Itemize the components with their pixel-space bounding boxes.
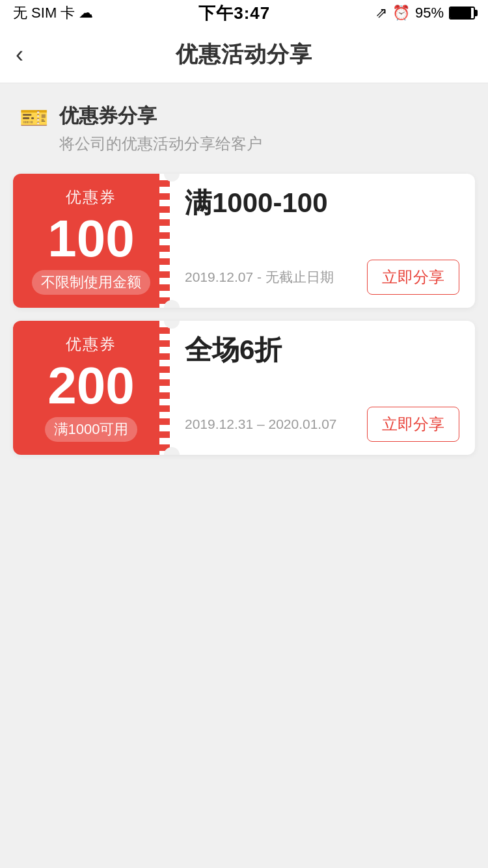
nav-bar: ‹ 优惠活动分享: [0, 26, 488, 83]
coupon-right-2: 全场6折 2019.12.31 – 2020.01.07 立即分享: [169, 321, 475, 455]
share-button-1[interactable]: 立即分享: [367, 260, 459, 295]
status-bar: 无 SIM 卡 ☁ 下午3:47 ⇗ ⏰ 95%: [0, 0, 488, 26]
alarm-icon: ⏰: [392, 5, 410, 21]
sim-label: 无 SIM 卡 ☁: [13, 3, 93, 23]
coupon-label-2: 优惠券: [66, 334, 116, 355]
coupon-meta-1: 2019.12.07 - 无截止日期 立即分享: [185, 260, 459, 295]
coupon-date-1: 2019.12.07 - 无截止日期: [185, 268, 360, 286]
section-subtitle: 将公司的优惠活动分享给客户: [59, 133, 262, 154]
section-header: 🎫 优惠券分享 将公司的优惠活动分享给客户: [0, 83, 488, 167]
coupon-card-1: 优惠券 100 不限制使用金额 满1000-100 2019.12.07 - 无…: [13, 174, 475, 308]
status-time: 下午3:47: [198, 2, 270, 25]
coupon-name-2: 全场6折: [185, 334, 459, 366]
coupon-condition-2: 满1000可用: [45, 417, 138, 442]
coupon-amount-1: 100: [47, 213, 134, 265]
coupon-date-2: 2019.12.31 – 2020.01.07: [185, 416, 360, 432]
page-title: 优惠活动分享: [176, 40, 312, 70]
coupon-amount-2: 200: [47, 360, 134, 412]
coupon-list: 优惠券 100 不限制使用金额 满1000-100 2019.12.07 - 无…: [0, 167, 488, 468]
coupon-right-1: 满1000-100 2019.12.07 - 无截止日期 立即分享: [169, 174, 475, 308]
coupon-name-1: 满1000-100: [185, 187, 459, 219]
coupon-left-1: 优惠券 100 不限制使用金额: [13, 174, 169, 308]
coupon-share-icon: 🎫: [20, 104, 49, 131]
share-button-2[interactable]: 立即分享: [367, 407, 459, 442]
coupon-meta-2: 2019.12.31 – 2020.01.07 立即分享: [185, 407, 459, 442]
coupon-card-2: 优惠券 200 满1000可用 全场6折 2019.12.31 – 2020.0…: [13, 321, 475, 455]
coupon-left-2: 优惠券 200 满1000可用: [13, 321, 169, 455]
location-icon: ⇗: [375, 5, 387, 21]
section-text: 优惠券分享 将公司的优惠活动分享给客户: [59, 103, 262, 154]
status-left: 无 SIM 卡 ☁: [13, 3, 93, 23]
bottom-space: [0, 468, 488, 858]
status-right: ⇗ ⏰ 95%: [375, 5, 475, 21]
back-button[interactable]: ‹: [16, 43, 23, 66]
battery-percent: 95%: [415, 5, 444, 21]
coupon-label-1: 优惠券: [66, 187, 116, 208]
battery-icon: [449, 7, 475, 20]
section-title: 优惠券分享: [59, 103, 262, 129]
coupon-condition-1: 不限制使用金额: [32, 270, 150, 295]
